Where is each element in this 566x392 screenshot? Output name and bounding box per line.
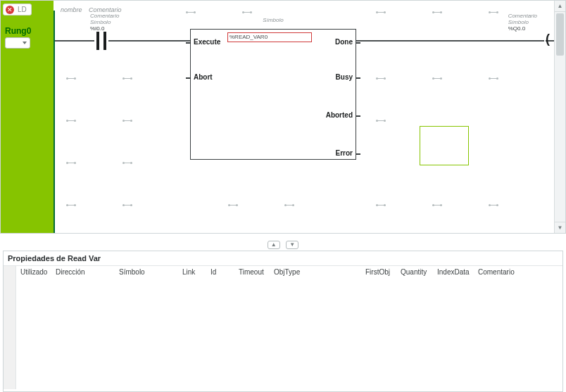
port-tick bbox=[356, 77, 360, 79]
properties-grid[interactable]: Utilizado Dirección Símbolo Link Id Time… bbox=[4, 266, 562, 389]
col-quantity[interactable]: Quantity bbox=[396, 266, 433, 280]
col-simbolo[interactable]: Símbolo bbox=[115, 266, 178, 280]
properties-panel: Propiedades de Read Var Utilizado Direcc… bbox=[3, 251, 563, 392]
port-busy: Busy bbox=[336, 73, 353, 81]
program-tab[interactable]: ✕ LD bbox=[3, 4, 32, 15]
port-tick bbox=[186, 77, 190, 79]
properties-title: Propiedades de Read Var bbox=[4, 251, 562, 266]
selection-box[interactable] bbox=[420, 126, 469, 165]
nav-up-button[interactable]: ▲ bbox=[268, 241, 280, 249]
grid-gutter bbox=[4, 266, 16, 389]
nav-chips: ▲ ▼ bbox=[0, 236, 566, 248]
fblock-instance-input[interactable]: %READ_VAR0 bbox=[227, 32, 312, 42]
col-comentario[interactable]: Comentario bbox=[474, 266, 562, 280]
power-bus-left bbox=[54, 11, 55, 233]
ladder-editor: ✕ LD Rung0 nombre Comentario Comentario … bbox=[0, 0, 566, 234]
port-aborted: Aborted bbox=[326, 111, 353, 119]
port-tick bbox=[356, 115, 360, 117]
scroll-up-icon[interactable]: ▲ bbox=[555, 1, 565, 12]
port-execute: Execute bbox=[194, 38, 220, 46]
coil-labels: Comentario Símbolo %Q0.0 bbox=[508, 13, 537, 32]
vertical-scrollbar[interactable]: ▲ ▼ bbox=[554, 1, 565, 233]
fblock-symbol-label: Símbolo bbox=[263, 17, 283, 23]
scrollbar-thumb[interactable] bbox=[556, 13, 564, 56]
port-done: Done bbox=[335, 38, 353, 46]
col-id[interactable]: Id bbox=[206, 266, 234, 280]
scroll-down-icon[interactable]: ▼ bbox=[555, 222, 565, 233]
close-icon[interactable]: ✕ bbox=[6, 6, 14, 14]
function-block-read-var[interactable]: Símbolo %READ_VAR0 Execute Abort Done Bu… bbox=[190, 29, 356, 160]
grid-header-row: Utilizado Dirección Símbolo Link Id Time… bbox=[16, 266, 562, 280]
contact-no[interactable] bbox=[94, 32, 108, 50]
ladder-canvas[interactable]: nombre Comentario Comentario Símbolo %I0… bbox=[54, 1, 565, 233]
port-abort: Abort bbox=[194, 73, 213, 81]
col-direccion[interactable]: Dirección bbox=[51, 266, 115, 280]
nav-down-button[interactable]: ▼ bbox=[286, 241, 298, 249]
rung-dropdown-button[interactable] bbox=[5, 37, 30, 49]
wire bbox=[108, 40, 190, 42]
col-link[interactable]: Link bbox=[178, 266, 206, 280]
col-firstobj[interactable]: FirstObj bbox=[361, 266, 396, 280]
col-objtype[interactable]: ObjType bbox=[270, 266, 361, 280]
left-rail: ✕ LD Rung0 bbox=[1, 1, 54, 233]
rung-label: Rung0 bbox=[5, 26, 31, 36]
col-utilizado[interactable]: Utilizado bbox=[16, 266, 51, 280]
port-tick bbox=[186, 42, 190, 44]
port-error: Error bbox=[336, 149, 353, 157]
header-nombre: nombre bbox=[61, 6, 82, 13]
port-tick bbox=[356, 42, 360, 44]
col-timeout[interactable]: Timeout bbox=[234, 266, 270, 280]
contact-labels: Comentario Símbolo %I0.0 bbox=[90, 13, 119, 32]
wire bbox=[55, 40, 94, 42]
port-tick bbox=[356, 153, 360, 155]
program-tab-label: LD bbox=[18, 6, 27, 13]
col-indexdata[interactable]: IndexData bbox=[433, 266, 474, 280]
wire bbox=[356, 40, 544, 42]
